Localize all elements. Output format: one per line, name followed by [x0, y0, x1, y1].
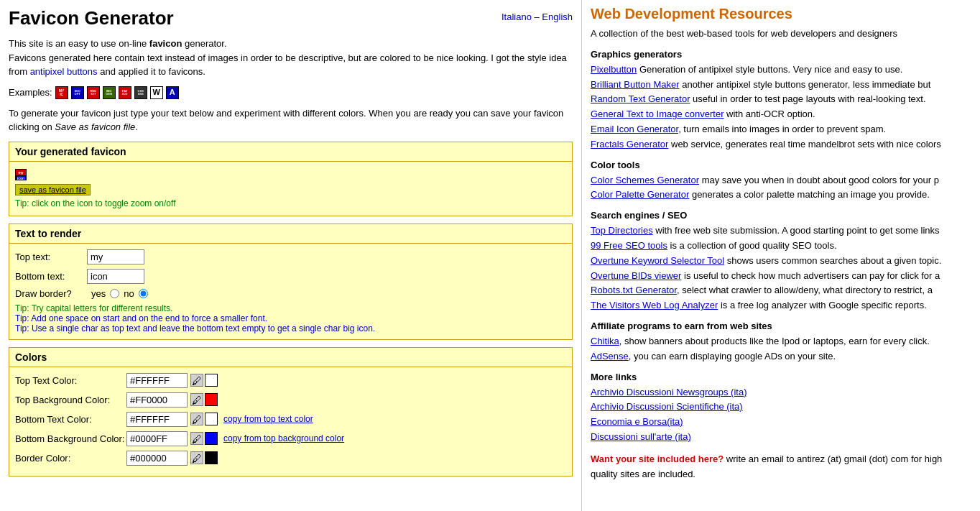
intro-bold: favicon [149, 38, 182, 49]
example-favicon-4[interactable]: IMGGEN [103, 86, 116, 99]
tip1: Tip: Try capital letters for different r… [15, 303, 566, 313]
top-text-color-swatch [205, 374, 218, 387]
general-text-image-link[interactable]: General Text to Image converter [591, 109, 724, 119]
border-color-swatch [205, 451, 218, 464]
border-yes-radio[interactable] [110, 289, 119, 298]
top-text-label: Top text: [15, 252, 87, 262]
top-bg-color-input[interactable] [126, 392, 188, 408]
top-text-input[interactable] [87, 249, 144, 264]
lang-italiano-link[interactable]: Italiano [501, 11, 532, 22]
seo-tools-link[interactable]: 99 Free SEO tools [591, 240, 667, 251]
copy-top-bg-color-link[interactable]: copy from top background color [223, 433, 344, 443]
example-favicon-8[interactable]: A [166, 86, 179, 99]
intro-line2-post: and applied it to favicons. [98, 66, 205, 77]
generate-post: . [135, 121, 138, 132]
colors-section: Colors Top Text Color: 🖊 Top Background … [9, 347, 573, 477]
example-favicon-3[interactable]: RNDTXT [87, 86, 100, 99]
example-favicon-6[interactable]: CSSXSS [134, 86, 147, 99]
overtune-keyword-link[interactable]: Overtune Keyword Selector Tool [591, 255, 724, 266]
right-panel: Web Development Resources A collection o… [582, 0, 980, 511]
color-palette-generator-link[interactable]: Color Palette Generator [591, 189, 689, 200]
top-bg-color-row: Top Background Color: 🖊 [15, 392, 566, 408]
section-graphics-heading: Graphics generators [591, 49, 971, 60]
pixelbutton-link[interactable]: Pixelbutton [591, 64, 637, 75]
favicon-section: Your generated favicon my icon save as f… [9, 142, 573, 216]
bottom-bg-color-label: Bottom Background Color: [15, 433, 126, 444]
no-label: no [124, 288, 134, 299]
top-bg-color-swatch [205, 393, 218, 406]
overtune-bids-link[interactable]: Overtune BIDs viewer [591, 270, 681, 281]
example-favicon-1[interactable]: MYIC [55, 86, 68, 99]
copy-top-text-color-link[interactable]: copy from top text color [223, 414, 313, 424]
draw-border-label: Draw border? [15, 288, 87, 299]
top-text-color-label: Top Text Color: [15, 375, 126, 386]
intro-line1-post: generator. [182, 38, 226, 49]
economia-borsa-link[interactable]: Economia e Borsa(ita) [591, 416, 683, 427]
email-icon-generator-link[interactable]: Email Icon Generator [591, 124, 678, 134]
bottom-text-input[interactable] [87, 269, 144, 284]
section-affiliate-heading: Affiliate programs to earn from web site… [591, 321, 971, 331]
chitika-link[interactable]: Chitika [591, 336, 619, 346]
bottom-text-row: Bottom text: [15, 269, 566, 284]
section-color-tools-heading: Color tools [591, 160, 971, 170]
brilliant-button-maker-link[interactable]: Brilliant Button Maker [591, 79, 680, 90]
fractals-generator-link[interactable]: Fractals Generator [591, 139, 668, 149]
archivio-newsgroups-link[interactable]: Archivio Discussioni Newsgroups (ita) [591, 387, 746, 397]
generate-instructions: To generate your favicon just type your … [9, 106, 573, 134]
top-text-color-input[interactable] [126, 373, 188, 388]
example-favicon-2[interactable]: SEOOPT [71, 86, 84, 99]
bottom-bg-color-swatch [205, 432, 218, 445]
top-text-color-picker-icon[interactable]: 🖊 [190, 374, 203, 387]
right-panel-title: Web Development Resources [591, 6, 971, 22]
bottom-text-color-picker-icon[interactable]: 🖊 [190, 413, 203, 425]
top-text-row: Top text: [15, 249, 566, 264]
top-bg-color-label: Top Background Color: [15, 395, 126, 405]
antipixel-link[interactable]: antipixel buttons [30, 66, 98, 77]
section-graphics-content: Pixelbutton Generation of antipixel styl… [591, 63, 971, 152]
example-favicon-5[interactable]: FAVICO [119, 86, 131, 99]
bottom-bg-color-picker-icon[interactable]: 🖊 [190, 432, 203, 445]
yes-label: yes [91, 288, 106, 299]
robots-txt-link[interactable]: Robots.txt Generator [591, 285, 677, 295]
discussioni-arte-link[interactable]: Discussioni sull'arte (ita) [591, 431, 691, 442]
lang-separator: – [535, 11, 542, 22]
draw-border-row: Draw border? yes no [15, 288, 566, 299]
favicon-preview[interactable]: my icon [15, 169, 27, 183]
colors-section-content: Top Text Color: 🖊 Top Background Color: … [9, 367, 572, 476]
border-no-radio[interactable] [139, 289, 148, 298]
text-section-content: Top text: Bottom text: Draw border? yes … [9, 244, 572, 339]
border-color-input[interactable] [126, 451, 188, 466]
example-favicon-7[interactable]: W [150, 86, 163, 99]
tip2: Tip: Add one space on start and on the e… [15, 313, 566, 323]
right-panel-subtitle: A collection of the best web-based tools… [591, 27, 971, 42]
top-text-color-row: Top Text Color: 🖊 [15, 373, 566, 388]
examples-row: Examples: MYIC SEOOPT RNDTXT IMGGEN FAVI… [9, 86, 573, 99]
bottom-text-color-input[interactable] [126, 412, 188, 427]
save-favicon-button[interactable]: save as favicon file [15, 184, 91, 195]
intro-paragraph: This site is an easy to use on-line favi… [9, 37, 573, 79]
adsense-link[interactable]: AdSense [591, 351, 629, 362]
colors-section-header: Colors [9, 348, 572, 367]
color-schemes-generator-link[interactable]: Color Schemes Generator [591, 175, 699, 185]
top-bg-color-picker-icon[interactable]: 🖊 [190, 393, 203, 406]
bottom-text-color-swatch [205, 413, 218, 425]
bottom-text-color-row: Bottom Text Color: 🖊 copy from top text … [15, 412, 566, 427]
page-title: Favicon Generator [9, 7, 501, 29]
top-directories-link[interactable]: Top Directories [591, 225, 653, 236]
bottom-text-color-label: Bottom Text Color: [15, 414, 126, 425]
favicon-tip: Tip: click on the icon to toggle zoom on… [15, 198, 566, 208]
archivio-scientifiche-link[interactable]: Archivio Discussioni Scientifiche (ita) [591, 401, 743, 412]
border-color-picker-icon[interactable]: 🖊 [190, 451, 203, 464]
bottom-text-label: Bottom text: [15, 271, 87, 282]
bottom-bg-color-row: Bottom Background Color: 🖊 copy from top… [15, 431, 566, 446]
web-log-analyzer-link[interactable]: The Visitors Web Log Analyzer [591, 300, 718, 310]
text-section: Text to render Top text: Bottom text: Dr… [9, 224, 573, 340]
random-text-generator-link[interactable]: Random Text Generator [591, 93, 690, 104]
lang-english-link[interactable]: English [542, 11, 573, 22]
bottom-bg-color-input[interactable] [126, 431, 188, 446]
section-more-links-content: Archivio Discussioni Newsgroups (ita) Ar… [591, 385, 971, 445]
section-seo-heading: Search engines / SEO [591, 210, 971, 221]
want-included-bold: Want your site included here? [591, 454, 724, 464]
section-color-tools-content: Color Schemes Generator may save you whe… [591, 173, 971, 203]
favicon-section-header: Your generated favicon [9, 142, 572, 162]
